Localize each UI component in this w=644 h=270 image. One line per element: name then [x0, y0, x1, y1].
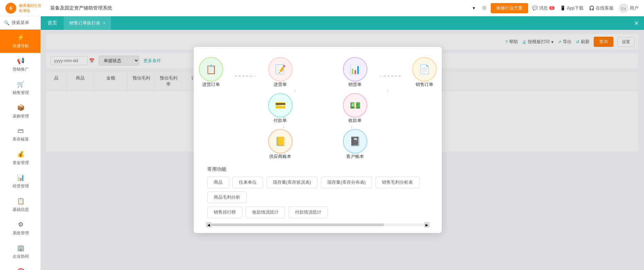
system-title: 装备及固定资产辅助管理系统: [50, 5, 469, 11]
btn-receipt-stats[interactable]: 收款情况统计: [246, 206, 285, 218]
btn-product-profit[interactable]: 商品毛利分析: [207, 192, 247, 203]
settings-icon[interactable]: ⚙: [482, 5, 487, 11]
sidebar-item-guide[interactable]: 🎯 新手引导: [0, 264, 40, 270]
page-content: ? 帮助 🖨 按模板打印 ▾ ↗ 导出 ↺ 刷新: [41, 30, 644, 270]
logo-icon: 6: [5, 3, 16, 14]
chart-icon: 📊: [17, 174, 24, 181]
btn-sales-rank[interactable]: 销售排行榜: [207, 206, 242, 218]
btn-products[interactable]: 商品: [207, 177, 229, 188]
search-menu[interactable]: 🔍 搜索菜单: [0, 16, 40, 30]
tab-bar: 首页 销售订单执行表 × ✕: [41, 16, 644, 30]
message-badge: 6: [549, 6, 555, 10]
flow-node-sales-order[interactable]: 📄 销售订单: [401, 57, 448, 88]
btn-stock-dist[interactable]: 现存量(库存分布表): [321, 177, 372, 188]
avatar: Ea: [619, 3, 628, 13]
sidebar-item-finance[interactable]: 💰 资金管理: [0, 146, 40, 170]
common-title: 常用功能: [207, 166, 428, 173]
online-service-action[interactable]: 🎧 在线客服: [589, 5, 613, 11]
cart-icon: 🛒: [17, 80, 24, 88]
scroll-left-arrow[interactable]: ◀: [206, 222, 211, 228]
sidebar-item-marketing[interactable]: 📢 营销推广: [0, 53, 40, 76]
system-dropdown[interactable]: ▾: [473, 5, 475, 11]
archive-icon: 🗃: [18, 127, 24, 134]
flow-node-payment-out[interactable]: 💳 付款单: [257, 93, 304, 124]
tab-sales-order[interactable]: 销售订单执行表 ×: [64, 16, 111, 30]
scroll-right-arrow[interactable]: ▶: [424, 222, 430, 228]
clipboard-icon: 📋: [17, 197, 24, 205]
gear-icon: ⚙: [18, 221, 23, 228]
btn-counterpart[interactable]: 往来单位: [232, 177, 263, 188]
modal-scrollbar[interactable]: ◀ ▶: [207, 223, 428, 226]
flow-node-sales[interactable]: 📊 销货单: [331, 57, 379, 88]
user-action[interactable]: Ea 用户: [619, 3, 639, 13]
sidebar-item-purchase[interactable]: 📦 采购管理: [0, 100, 40, 123]
flow-node-purchase-order[interactable]: 📋 进货订单: [187, 57, 235, 88]
lightning-icon: ⚡: [17, 34, 24, 41]
building-icon: 🏢: [17, 244, 24, 252]
sidebar-item-quick-nav[interactable]: ⚡ 快捷导航: [0, 30, 40, 53]
btn-payment-stats[interactable]: 付款情况统计: [289, 206, 328, 218]
flow-node-payment-in[interactable]: 💵 收款单: [331, 93, 379, 124]
sidebar-item-inventory[interactable]: 🗃 库存核算: [0, 123, 40, 146]
flow-node-purchase[interactable]: 📝 进货单: [257, 57, 304, 88]
common-btns-row1: 商品 往来单位 现存量(库存状况表) 现存量(库存分布表) 销售毛利分析表 商品…: [207, 177, 428, 203]
app-download-action[interactable]: 📱 App下载: [560, 5, 584, 11]
flow-node-customer-ledger[interactable]: 📓 客户账本: [331, 129, 379, 160]
common-functions-section: 常用功能 商品 往来单位 现存量(库存状况表) 现存量(库存分布表) 销售毛利分…: [207, 166, 428, 218]
scrollbar-thumb[interactable]: [207, 223, 384, 226]
svg-text:Ea: Ea: [621, 6, 626, 11]
tab-close-icon[interactable]: ×: [103, 21, 105, 25]
tab-close-main[interactable]: ✕: [634, 20, 639, 26]
sidebar-item-system[interactable]: ⚙ 系统管理: [0, 217, 40, 240]
logo-text: 畅康通好生意 标准版: [19, 3, 41, 13]
headset-icon: 🎧: [589, 5, 594, 11]
trial-button[interactable]: 体验行业方案: [491, 3, 528, 13]
quick-nav-modal: 📋 进货订单 → 📝: [194, 47, 442, 233]
search-icon: 🔍: [4, 20, 10, 25]
svg-text:6: 6: [10, 5, 12, 11]
sidebar-item-enterprise[interactable]: 🏢 企业协同: [0, 240, 40, 264]
tab-home[interactable]: 首页: [41, 16, 64, 30]
money-icon: 💰: [17, 150, 24, 158]
common-btns-row2: 销售排行榜 收款情况统计 付款情况统计: [207, 206, 428, 218]
logo: 6 畅康通好生意 标准版: [5, 3, 46, 14]
box-icon: 📦: [17, 104, 24, 111]
sidebar-item-operation[interactable]: 📊 经营管理: [0, 170, 40, 193]
btn-stock-status[interactable]: 现存量(库存状况表): [266, 177, 318, 188]
flow-node-supplier-ledger[interactable]: 📒 供应商账本: [257, 129, 304, 160]
sidebar-item-sales[interactable]: 🛒 销售管理: [0, 76, 40, 100]
message-action[interactable]: 💬 消息 6: [532, 5, 555, 11]
btn-sales-profit[interactable]: 销售毛利分析表: [376, 177, 419, 188]
megaphone-icon: 📢: [17, 57, 24, 65]
app-download-icon: 📱: [560, 5, 565, 11]
sidebar: 🔍 搜索菜单 ⚡ 快捷导航 📢 营销推广 🛒 销售管理 📦 采购管理 🗃: [0, 16, 41, 270]
sidebar-item-basic-info[interactable]: 📋 基础信息: [0, 193, 40, 217]
message-icon: 💬: [532, 5, 538, 11]
target-icon: 🎯: [17, 268, 24, 270]
